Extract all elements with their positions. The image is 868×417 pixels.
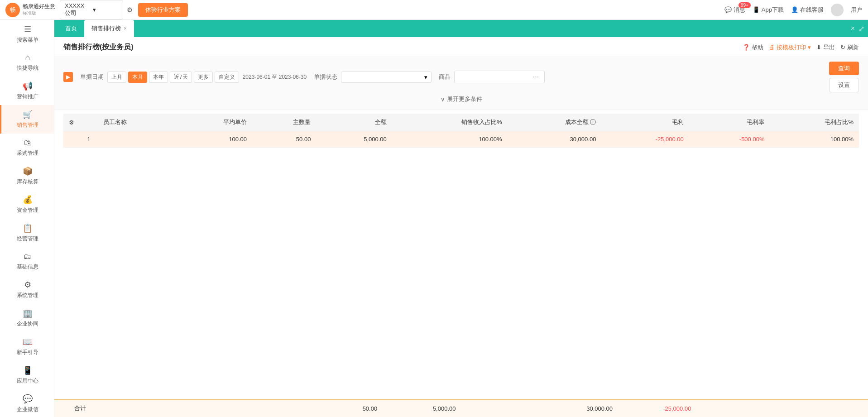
cell-gross-rate: -500.00%: [689, 131, 770, 148]
gear-icon: ⚙: [24, 280, 31, 290]
col-avg-price: 平均单价: [175, 114, 253, 131]
table-header-row: ⚙ 员工名称 平均单价 主数量 全额 销售收入占比% 成本全额 ⓘ 毛利 毛利率…: [63, 114, 859, 131]
cell-cost: 30,000.00: [508, 131, 602, 148]
tab-maximize-icon[interactable]: ⤢: [858, 24, 864, 33]
col-gross-rate: 毛利率: [689, 114, 770, 131]
tab-close-icon[interactable]: ×: [124, 25, 127, 32]
help-button[interactable]: ❓ 帮助: [743, 43, 763, 52]
cell-sales-pct: 100.00%: [392, 131, 508, 148]
bag-icon: 🛍: [24, 138, 32, 148]
app-download-button[interactable]: 📱 App下载: [753, 6, 784, 14]
settings-button[interactable]: 设置: [829, 78, 859, 92]
sidebar-item-quick-nav[interactable]: ⌂ 快捷导航: [0, 48, 54, 77]
filter-area: ▶ 单据日期 上月 本月 本年 近7天 更多 自定义 2023-06-01 至 …: [54, 56, 868, 110]
message-button[interactable]: 💬 消息 99+: [724, 6, 745, 14]
sidebar-item-label: 采购管理: [17, 149, 38, 157]
sidebar-item-label: 应用中心: [17, 377, 38, 385]
export-label: 导出: [823, 43, 835, 52]
trial-button[interactable]: 体验行业方案: [138, 3, 188, 17]
date-btn-this-month[interactable]: 本月: [128, 72, 147, 83]
status-select[interactable]: ▾: [341, 72, 432, 83]
col-qty: 主数量: [252, 114, 316, 131]
book-icon: 📖: [23, 337, 33, 347]
goods-filter-group: 商品 ···: [439, 71, 545, 83]
refresh-icon: ↻: [840, 44, 845, 51]
expand-label: 展开更多条件: [447, 95, 482, 103]
date-btn-last-month[interactable]: 上月: [107, 72, 126, 83]
expand-more-button[interactable]: ∨ 展开更多条件: [441, 95, 482, 103]
sidebar-item-basic-info[interactable]: 🗂 基础信息: [0, 247, 54, 275]
cell-name: [98, 131, 175, 148]
print-chevron-icon: ▾: [808, 44, 811, 51]
app-download-label: App下载: [762, 6, 784, 14]
sidebar-item-label: 新手引导: [17, 349, 38, 356]
logo-icon: 畅: [5, 3, 20, 17]
cart-icon: 🛒: [23, 110, 33, 120]
sidebar-item-wechat[interactable]: 💬 企业微信: [0, 389, 54, 417]
tab-bar: 首页 销售排行榜 × × ⤢: [54, 20, 868, 37]
footer-gross: -25,000.00: [618, 405, 696, 412]
print-label: 按模板打印: [777, 43, 806, 52]
status-filter-label: 单据状态: [314, 73, 337, 81]
page-title: 销售排行榜(按业务员): [63, 43, 134, 52]
user-name: 用户: [851, 6, 863, 14]
company-selector[interactable]: XXXXX公司 ▾: [60, 0, 123, 19]
query-actions: 查询 设置: [829, 62, 859, 92]
help-label: 帮助: [752, 43, 763, 52]
chevron-down-icon: ▾: [93, 6, 118, 13]
table-area: ⚙ 员工名称 平均单价 主数量 全额 销售收入占比% 成本全额 ⓘ 毛利 毛利率…: [54, 110, 868, 399]
export-icon: ⬇: [816, 44, 821, 51]
sidebar-item-label: 系统管理: [17, 292, 38, 299]
status-filter-group: 单据状态 ▾: [314, 72, 432, 83]
sidebar-item-search-order[interactable]: ☰ 搜索菜单: [0, 20, 54, 48]
sidebar-item-enterprise[interactable]: 🏢 企业协同: [0, 304, 54, 332]
query-button[interactable]: 查询: [829, 62, 859, 75]
date-btn-more[interactable]: 更多: [194, 72, 213, 83]
sidebar-item-system[interactable]: ⚙ 系统管理: [0, 275, 54, 304]
sidebar-item-purchase[interactable]: 🛍 采购管理: [0, 134, 54, 162]
box-icon: 📦: [23, 166, 33, 176]
date-filter-label: 单据日期: [80, 73, 104, 81]
status-chevron-icon: ▾: [424, 74, 427, 81]
online-service-button[interactable]: 👤 在线客服: [791, 6, 824, 14]
tab-home[interactable]: 首页: [58, 20, 84, 37]
sidebar-item-label: 搜索菜单: [17, 36, 38, 44]
goods-input[interactable]: ···: [454, 71, 545, 83]
date-btn-custom[interactable]: 自定义: [215, 72, 239, 83]
building-icon: 🏢: [23, 308, 33, 318]
header-actions: ❓ 帮助 🖨 按模板打印 ▾ ⬇ 导出 ↻ 刷新: [743, 43, 859, 52]
main-layout: ☰ 搜索菜单 ⌂ 快捷导航 📢 营销推广 🛒 销售管理 🛍 采购管理 📦 库存核…: [0, 20, 868, 417]
avatar[interactable]: [831, 4, 844, 16]
goods-dots-icon[interactable]: ···: [531, 73, 541, 81]
export-button[interactable]: ⬇ 导出: [816, 43, 835, 52]
sidebar-item-sales[interactable]: 🛒 销售管理: [0, 105, 54, 134]
col-amount: 全额: [316, 114, 392, 131]
chat-icon: 💬: [23, 394, 33, 404]
date-btn-this-year[interactable]: 本年: [149, 72, 168, 83]
message-badge: 99+: [739, 2, 751, 8]
tab-close-window-icon[interactable]: ×: [851, 24, 855, 33]
footer-amount: 5,000.00: [383, 405, 461, 412]
col-cost: 成本全额 ⓘ: [508, 114, 602, 131]
date-range-display: 2023-06-01 至 2023-06-30: [243, 73, 307, 81]
company-name: XXXXX公司: [65, 2, 90, 17]
tab-sales-ranking[interactable]: 销售排行榜 ×: [84, 20, 134, 37]
col-settings[interactable]: ⚙: [63, 114, 80, 131]
sidebar-item-finance[interactable]: 💰 资金管理: [0, 190, 54, 219]
sidebar-item-marketing[interactable]: 📢 营销推广: [0, 77, 54, 105]
sidebar-item-operations[interactable]: 📋 经营管理: [0, 219, 54, 247]
print-button[interactable]: 🖨 按模板打印 ▾: [769, 43, 811, 52]
settings-icon[interactable]: ⚙: [127, 6, 133, 14]
filter-row: ▶ 单据日期 上月 本月 本年 近7天 更多 自定义 2023-06-01 至 …: [63, 62, 859, 92]
date-btn-7days[interactable]: 近7天: [170, 72, 192, 83]
sidebar-item-label: 资金管理: [17, 206, 38, 214]
sidebar-item-guide[interactable]: 📖 新手引导: [0, 332, 54, 361]
sidebar-item-label: 企业微信: [17, 406, 38, 413]
filter-expand-btn[interactable]: ▶: [63, 72, 73, 82]
help-icon: ❓: [743, 44, 750, 51]
sidebar-item-apps[interactable]: 📱 应用中心: [0, 361, 54, 389]
col-gross-pct: 毛利占比%: [770, 114, 859, 131]
cell-gross-pct: 100.00%: [770, 131, 859, 148]
sidebar-item-inventory[interactable]: 📦 库存核算: [0, 162, 54, 190]
refresh-button[interactable]: ↻ 刷新: [840, 43, 859, 52]
